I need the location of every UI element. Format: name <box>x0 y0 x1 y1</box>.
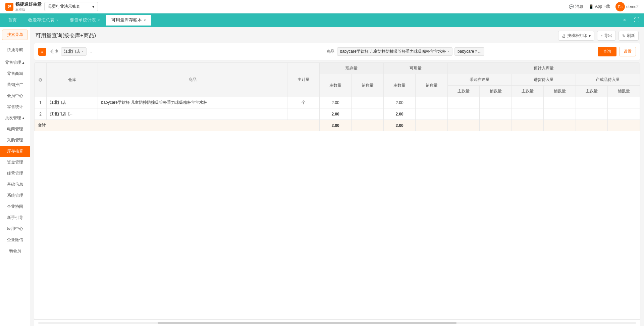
tab-order-close[interactable]: × <box>98 18 100 22</box>
th-product: 商品 <box>98 63 287 97</box>
warehouse-tag-close[interactable]: × <box>82 50 84 53</box>
sidebar-item-retail-mgmt[interactable]: 零售管理 ▲ <box>0 57 30 68</box>
warehouse-tag[interactable]: 江北门店 × <box>61 47 87 56</box>
refresh-label: 刷新 <box>627 33 635 39</box>
sidebar-search-area: 搜索菜单 <box>0 27 30 43</box>
product-filter-tags: babycare学饮杯 儿童防摔防撞吸管杯重力球吸嘴杯宝宝水杯 × babyca… <box>337 47 594 56</box>
sidebar-item-app-center[interactable]: 应用中心 <box>0 223 30 234</box>
logo-area: 好 畅捷通好生意 标准版 <box>5 1 42 12</box>
tab-available-close[interactable]: × <box>144 18 146 22</box>
main-layout: 搜索菜单 快捷导航 零售管理 ▲ 零售商城 营销推广 会员中心 零售统计 批发管 <box>0 27 644 326</box>
td-avail-aux-1 <box>416 97 448 108</box>
table-row: 1 江北门店 babycare学饮杯 儿童防摔防撞吸管杯重力球吸嘴杯宝宝水杯 个… <box>35 97 640 108</box>
export-btn[interactable]: ↑ 导出 <box>597 31 616 41</box>
scrollbar-thumb[interactable] <box>158 322 457 324</box>
search-menu-btn[interactable]: 搜索菜单 <box>2 30 28 40</box>
download-btn[interactable]: 📱 App下载 <box>589 4 610 9</box>
sidebar-item-member[interactable]: 会员中心 <box>0 90 30 101</box>
summary-incoming-main <box>512 120 544 131</box>
sidebar-label-purchase: 采购管理 <box>7 137 23 143</box>
td-stock-aux-1 <box>352 97 384 108</box>
product-tag1-text: babycare学饮杯 儿童防摔防撞吸管杯重力球吸嘴杯宝宝水杯 <box>340 49 446 54</box>
scrollbar-track[interactable] <box>38 322 636 324</box>
expand-btn[interactable]: » <box>38 48 46 56</box>
sidebar-item-retail-stats[interactable]: 零售统计 <box>0 101 30 112</box>
product-tag1-close[interactable]: × <box>447 50 449 53</box>
sidebar-label-enterprise-wechat: 企业微信 <box>7 237 23 243</box>
tab-home[interactable]: 首页 <box>3 15 22 26</box>
sidebar-quick-nav[interactable]: 快捷导航 <box>0 44 30 55</box>
sidebar-label-finance: 资金管理 <box>7 159 23 165</box>
tab-order-stats[interactable]: 要货单统计表 × <box>64 15 105 26</box>
sidebar-item-member2[interactable]: 畅会员 <box>0 245 30 257</box>
sidebar-item-ecommerce[interactable]: 电商管理 <box>0 124 30 135</box>
sidebar-label-operations: 经营管理 <box>7 171 23 176</box>
settings-btn[interactable]: 设置 <box>619 47 636 56</box>
sidebar-label-system: 系统管理 <box>7 193 23 198</box>
sidebar-item-wholesale[interactable]: 批发管理 ▲ <box>0 112 30 124</box>
warehouse-tag-text: 江北门店 <box>64 49 80 54</box>
column-settings-icon[interactable]: ⚙ <box>38 77 43 83</box>
summary-avail-aux <box>416 120 448 131</box>
print-arrow: ▾ <box>589 34 591 38</box>
sidebar-label-marketing: 营销推广 <box>7 82 23 88</box>
sidebar-item-system[interactable]: 系统管理 <box>0 190 30 201</box>
sidebar-item-purchase[interactable]: 采购管理 <box>0 135 30 146</box>
sidebar-item-marketing[interactable]: 营销推广 <box>0 79 30 90</box>
sidebar-item-enterprise-wechat[interactable]: 企业微信 <box>0 234 30 245</box>
td-stock-aux-2 <box>352 108 384 120</box>
industry-selector[interactable]: 母婴行业演示账套 ▾ <box>44 2 98 11</box>
summary-avail-main: 2.00 <box>383 120 416 131</box>
refresh-btn[interactable]: ↻ 刷新 <box>619 31 639 41</box>
th-settings[interactable]: ⚙ <box>35 63 47 97</box>
sidebar-label-inventory: 库存核算 <box>7 148 23 154</box>
product-tag2[interactable]: babycare？... <box>454 47 484 56</box>
summary-stock-main: 2.00 <box>319 120 352 131</box>
tab-available-stock[interactable]: 可用量库存账本 × <box>106 15 151 26</box>
td-index-1: 1 <box>35 97 47 108</box>
print-btn[interactable]: 🖨 按模板打印 ▾ <box>558 31 594 41</box>
query-btn[interactable]: 查询 <box>598 47 616 56</box>
tab-receipt-close[interactable]: × <box>56 18 58 22</box>
fullscreen-btn[interactable]: ⛶ <box>632 15 641 25</box>
sidebar-item-inventory[interactable]: 库存核算 <box>0 146 30 157</box>
th-produced-sub: 产成品待入量 <box>576 74 640 86</box>
summary-purchase-main <box>447 120 480 131</box>
product-filter-label: 商品 <box>326 49 334 54</box>
close-all-btn[interactable]: × <box>620 15 629 25</box>
sidebar-label-member: 会员中心 <box>7 93 23 99</box>
td-avail-aux-2 <box>416 108 448 120</box>
td-incoming-aux-2 <box>544 108 576 120</box>
sidebar-item-guide[interactable]: 新手引导 <box>0 212 30 223</box>
sidebar-item-basic-info[interactable]: 基础信息 <box>0 179 30 190</box>
sidebar-item-finance[interactable]: 资金管理 <box>0 157 30 168</box>
summary-produced-main <box>576 120 608 131</box>
tab-receipt-summary[interactable]: 收发存汇总表 × <box>23 15 64 26</box>
filter-bar: » 仓库 江北门店 × ... 商品 babycare学饮杯 儿童防摔防撞吸管杯… <box>34 43 640 60</box>
print-icon: 🖨 <box>562 34 566 38</box>
td-stock-main-2: 2.00 <box>319 108 352 120</box>
warehouse-more[interactable]: ... <box>89 49 92 54</box>
sidebar-section: 零售管理 ▲ 零售商城 营销推广 会员中心 零售统计 批发管理 ▲ 电商管理 <box>0 57 30 257</box>
message-icon: 💬 <box>569 4 574 9</box>
tab-home-label: 首页 <box>8 17 17 23</box>
product-tag1[interactable]: babycare学饮杯 儿童防摔防撞吸管杯重力球吸嘴杯宝宝水杯 × <box>337 47 453 56</box>
td-stock-main-1: 2.00 <box>319 97 352 108</box>
sidebar-item-operations[interactable]: 经营管理 <box>0 168 30 179</box>
sidebar-item-retail-mall[interactable]: 零售商城 <box>0 68 30 79</box>
user-name: demo2 <box>626 4 639 9</box>
sidebar-item-cooperation[interactable]: 企业协同 <box>0 201 30 212</box>
th-available-group: 可用量 <box>383 63 447 74</box>
th-incoming-sub: 进货待入量 <box>512 74 576 86</box>
chevron-icon-retail: ▲ <box>22 61 25 64</box>
sidebar-label-ecommerce: 电商管理 <box>7 126 23 132</box>
app-subtitle: 标准版 <box>15 7 42 12</box>
user-menu[interactable]: Ea demo2 <box>615 2 639 11</box>
td-purchase-aux-1 <box>480 97 512 108</box>
th-incoming-aux: 辅数量 <box>544 86 576 97</box>
summary-stock-aux <box>352 120 384 131</box>
message-btn[interactable]: 💬 消息 <box>569 4 583 9</box>
sidebar-label-app-center: 应用中心 <box>7 226 23 232</box>
th-purchase-aux: 辅数量 <box>480 86 512 97</box>
logo-icon: 好 <box>5 3 13 11</box>
